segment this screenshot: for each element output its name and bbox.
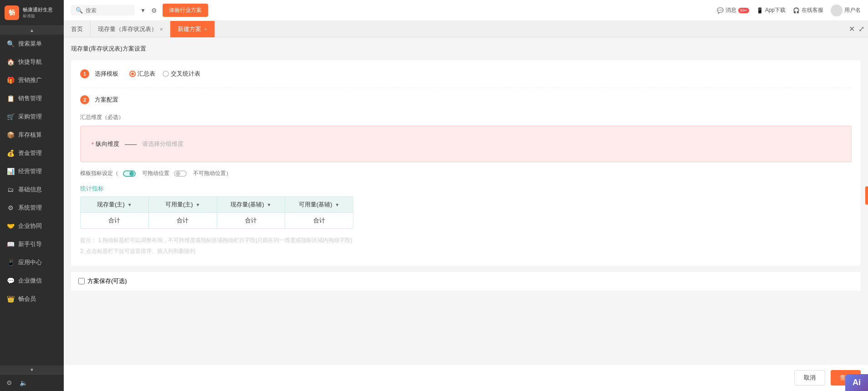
col1-dropdown[interactable]: ▼	[196, 202, 200, 207]
step1-row: 1 选择模板 汇总表 交叉统计表	[80, 69, 852, 78]
step-divider	[80, 87, 852, 88]
sidebar-item-enterprise[interactable]: 🤝 企业协同	[0, 217, 64, 235]
sidebar-bottom: ⚙ 🔈	[0, 374, 64, 391]
stats-header-row: 现存量(主) ▼ 可用量(主) ▼ 现存量(基辅) ▼ 可用量(基辅)	[81, 197, 353, 212]
stats-body-col1: 合计	[149, 212, 217, 228]
col3-dropdown[interactable]: ▼	[335, 202, 340, 207]
tab-inventory-label: 现存量（库存状况表）	[98, 21, 157, 37]
content-area: 现存量(库存状况表)方案设置 1 选择模板 汇总表 交叉统计表	[64, 37, 868, 364]
user-menu[interactable]: 用户名	[831, 5, 861, 16]
save-checkbox[interactable]	[78, 278, 85, 284]
step2-title: 方案配置	[95, 96, 118, 104]
step1-title: 选择模板	[95, 70, 118, 78]
sidebar-item-label: 快捷导航	[18, 58, 42, 66]
radio-cross[interactable]: 交叉统计表	[163, 70, 200, 78]
tab-inventory-close[interactable]: ×	[160, 21, 163, 37]
basic-info-icon: 🗂	[6, 185, 15, 194]
tab-inventory[interactable]: 现存量（库存状况表） ×	[91, 21, 170, 37]
sidebar-item-label: 营销推广	[18, 76, 42, 84]
tab-home[interactable]: 首页	[64, 21, 91, 37]
app-center-icon: 📱	[6, 258, 15, 267]
search-icon: 🔍	[76, 7, 83, 14]
sales-icon: 📋	[6, 94, 15, 103]
search-input[interactable]	[86, 7, 122, 14]
audio-icon[interactable]: 🔈	[20, 379, 27, 386]
app-download-btn[interactable]: 📱 App下载	[756, 6, 786, 14]
sidebar-item-wechat[interactable]: 💬 企业微信	[0, 272, 64, 290]
sidebar-item-system[interactable]: ⚙ 系统管理	[0, 199, 64, 217]
tab-new-scheme-close[interactable]: ×	[204, 21, 207, 37]
tab-expand-btn[interactable]: ⤢	[858, 25, 864, 33]
tab-close-btn[interactable]: ✕	[849, 25, 855, 33]
app-logo: 畅 畅康通好生意 标准版	[0, 0, 64, 26]
ai-badge[interactable]: Ai	[845, 374, 868, 391]
sidebar-item-newcomer[interactable]: 📖 新手引导	[0, 235, 64, 253]
tips-title: 提示：	[80, 237, 97, 243]
stats-body-col3: 合计	[285, 212, 353, 228]
col2-label: 现存量(基辅)	[230, 201, 264, 209]
col0-dropdown[interactable]: ▼	[128, 202, 132, 207]
stats-header-col3[interactable]: 可用量(基辅) ▼	[285, 197, 353, 212]
tip-1: 2. 点击标题栏下拉可设置排序、插入列和删除列	[80, 248, 195, 254]
sidebar-item-basic-info[interactable]: 🗂 基础信息	[0, 180, 64, 199]
config-section: 汇总维度（必选） * 纵向维度 —— 请选择分组维度 模板指标设定（ 可拖动位置…	[80, 113, 852, 257]
sidebar-item-label: 库存核算	[18, 131, 42, 139]
step1-badge: 1	[80, 69, 89, 78]
sidebar-item-sales[interactable]: 📋 销售管理	[0, 89, 64, 108]
messages-btn[interactable]: 💬 消息 99+	[717, 6, 749, 14]
system-icon: ⚙	[6, 204, 15, 212]
app-download-label: App下载	[765, 6, 786, 14]
sidebar-item-label: 企业协同	[18, 222, 42, 230]
fixed-indicator-tag	[174, 170, 187, 177]
sidebar-item-marketing[interactable]: 🎁 营销推广	[0, 71, 64, 89]
gear-icon[interactable]: ⚙	[151, 7, 157, 14]
newcomer-icon: 📖	[6, 240, 15, 248]
service-label: 在线客服	[802, 6, 823, 14]
logo-icon: 畅	[5, 5, 19, 20]
sidebar-item-label: 应用中心	[18, 258, 42, 267]
sidebar-item-quick-nav[interactable]: 🏠 快捷导航	[0, 53, 64, 71]
sidebar-item-operations[interactable]: 📊 经营管理	[0, 162, 64, 180]
quick-nav-icon: 🏠	[6, 58, 15, 66]
settings-icon[interactable]: ⚙	[6, 379, 12, 386]
dimension-area[interactable]: * 纵向维度 —— 请选择分组维度	[80, 126, 852, 162]
col3-label: 可用量(基辅)	[299, 201, 332, 209]
summary-dimension-label: 汇总维度（必选）	[80, 113, 852, 121]
tab-home-label: 首页	[71, 21, 83, 37]
sidebar-item-finance[interactable]: 💰 资金管理	[0, 144, 64, 162]
col1-label: 可用量(主)	[165, 201, 193, 209]
stats-header-col0[interactable]: 现存量(主) ▼	[81, 197, 149, 212]
stats-body-col0: 合计	[81, 212, 149, 228]
app-name: 畅康通好生意	[23, 6, 53, 13]
radio-cross-dot	[163, 71, 169, 77]
sidebar-item-members[interactable]: 👑 畅会员	[0, 290, 64, 308]
avatar	[831, 5, 842, 16]
stats-header-col2[interactable]: 现存量(基辅) ▼	[217, 197, 286, 212]
sidebar-scroll-down[interactable]: ▼	[0, 365, 64, 374]
trial-btn[interactable]: 体验行业方案	[163, 4, 208, 17]
sidebar-item-label: 销售管理	[18, 94, 42, 103]
tip-0: 1.拖动标题栏可以调整布局，不可跨维度或指标区域拖动栏目字段(只能在同一维度或指…	[98, 237, 352, 243]
sidebar-item-app-center[interactable]: 📱 应用中心	[0, 253, 64, 272]
sidebar-item-label: 经营管理	[18, 167, 42, 175]
radio-summary-dot	[129, 71, 136, 77]
dropdown-icon[interactable]: ▼	[140, 7, 146, 14]
sidebar-item-search-menu[interactable]: 🔍 搜索菜单	[0, 35, 64, 53]
main-area: 🔍 ▼ ⚙ 体验行业方案 💬 消息 99+ 📱 App下载 🎧 在线客服 用户名	[64, 0, 868, 391]
sidebar-scroll-up[interactable]: ▲	[0, 26, 64, 35]
sidebar-item-inventory[interactable]: 📦 库存核算	[0, 126, 64, 144]
search-box[interactable]: 🔍	[71, 5, 135, 15]
cancel-button[interactable]: 取消	[794, 370, 825, 386]
sidebar-nav: 🔍 搜索菜单 🏠 快捷导航 🎁 营销推广 📋 销售管理 🛒 采购管理 📦 库存核…	[0, 35, 64, 365]
messages-badge: 99+	[738, 8, 749, 13]
online-service-btn[interactable]: 🎧 在线客服	[793, 6, 823, 14]
topbar-right: 💬 消息 99+ 📱 App下载 🎧 在线客服 用户名	[717, 5, 861, 16]
tab-new-scheme[interactable]: 新建方案 ×	[170, 21, 214, 37]
finance-icon: 💰	[6, 149, 15, 157]
stats-table: 现存量(主) ▼ 可用量(主) ▼ 现存量(基辅) ▼ 可用量(基辅)	[80, 196, 353, 229]
sidebar-item-purchase[interactable]: 🛒 采购管理	[0, 108, 64, 126]
stats-header-col1[interactable]: 可用量(主) ▼	[149, 197, 217, 212]
radio-summary[interactable]: 汇总表	[129, 70, 155, 78]
col2-dropdown[interactable]: ▼	[267, 202, 271, 207]
sidebar-item-label: 搜索菜单	[18, 40, 42, 48]
